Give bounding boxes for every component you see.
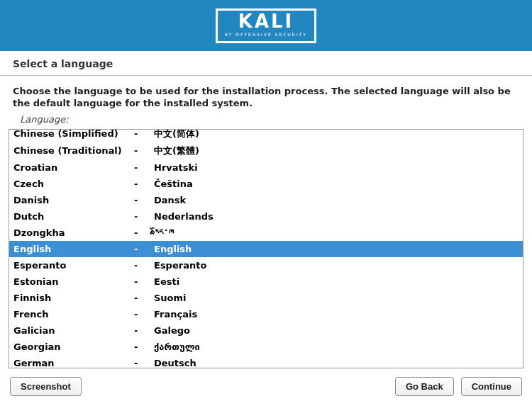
language-native: Deutsch [154,358,519,368]
separator-dash: - [134,195,154,205]
separator-dash: - [134,260,154,271]
language-name: English [13,244,134,254]
language-row[interactable]: Finnish-Suomi [9,290,523,306]
language-name: Georgian [13,341,134,352]
language-row[interactable]: Esperanto-Esperanto [9,257,523,273]
language-native: Eesti [154,276,519,287]
language-native: Français [154,309,519,320]
separator-dash: - [134,130,154,140]
separator-dash: - [134,309,154,320]
separator-dash: - [134,244,154,254]
page-title: Select a language [0,51,532,75]
language-row[interactable]: French-Français [9,306,523,322]
language-native: 中文(简体) [154,130,519,140]
language-native: Čeština [154,179,519,189]
language-row[interactable]: English-English [9,241,523,257]
language-native: Esperanto [154,260,519,271]
separator-dash: - [134,325,154,336]
separator-dash: - [134,145,154,156]
language-name: Czech [13,179,134,189]
language-row[interactable]: Dzongkha-རྫོང་ཁ [9,225,523,241]
footer-bar: Screenshot Go Back Continue [0,368,532,401]
language-row[interactable]: Czech-Čeština [9,176,523,192]
language-row[interactable]: Galician-Galego [9,322,523,339]
language-native: English [154,244,519,254]
language-name: Esperanto [13,260,134,271]
language-name: French [13,309,134,320]
language-row[interactable]: Chinese (Traditional)-中文(繁體) [9,142,523,159]
separator-dash: - [134,341,154,352]
language-row[interactable]: Danish-Dansk [9,192,523,208]
language-row[interactable]: German-Deutsch [9,355,523,368]
language-row[interactable]: Estonian-Eesti [9,273,523,290]
logo-subtitle: BY OFFENSIVE SECURITY [225,32,307,37]
screenshot-button[interactable]: Screenshot [10,377,82,396]
language-name: German [13,358,134,368]
language-name: Croatian [13,162,134,173]
language-native: Hrvatski [154,162,519,173]
language-name: Danish [13,195,134,205]
language-native: Nederlands [154,211,519,222]
language-name: Chinese (Traditional) [13,145,134,156]
field-label: Language: [0,113,532,129]
language-scroll[interactable]: Chinese (Simplified)-中文(简体)Chinese (Trad… [9,130,523,368]
kali-logo: KALI BY OFFENSIVE SECURITY [216,9,316,43]
separator-dash: - [134,276,154,287]
separator-dash: - [134,358,154,368]
language-name: Galician [13,325,134,336]
language-row[interactable]: Dutch-Nederlands [9,208,523,225]
separator-dash: - [134,293,154,303]
language-listbox: Chinese (Simplified)-中文(简体)Chinese (Trad… [9,129,523,368]
continue-button[interactable]: Continue [461,377,522,396]
instructions-text: Choose the language to be used for the i… [0,75,532,113]
language-name: Dutch [13,211,134,222]
language-name: Chinese (Simplified) [13,130,134,140]
separator-dash: - [134,162,154,173]
language-native: རྫོང་ཁ [154,227,519,238]
language-native: Galego [154,325,519,336]
go-back-button[interactable]: Go Back [395,377,454,396]
language-row[interactable]: Croatian-Hrvatski [9,159,523,176]
separator-dash: - [134,227,154,238]
language-row[interactable]: Georgian-ქართული [9,339,523,355]
language-native: Dansk [154,195,519,205]
logo-title: KALI [225,12,307,30]
language-name: Dzongkha [13,227,134,238]
language-native: 中文(繁體) [154,145,519,157]
language-native: ქართული [154,341,519,352]
language-name: Finnish [13,293,134,303]
installer-header: KALI BY OFFENSIVE SECURITY [0,0,532,51]
language-name: Estonian [13,276,134,287]
separator-dash: - [134,211,154,222]
language-row[interactable]: Chinese (Simplified)-中文(简体) [9,130,523,142]
language-native: Suomi [154,293,519,303]
separator-dash: - [134,179,154,189]
